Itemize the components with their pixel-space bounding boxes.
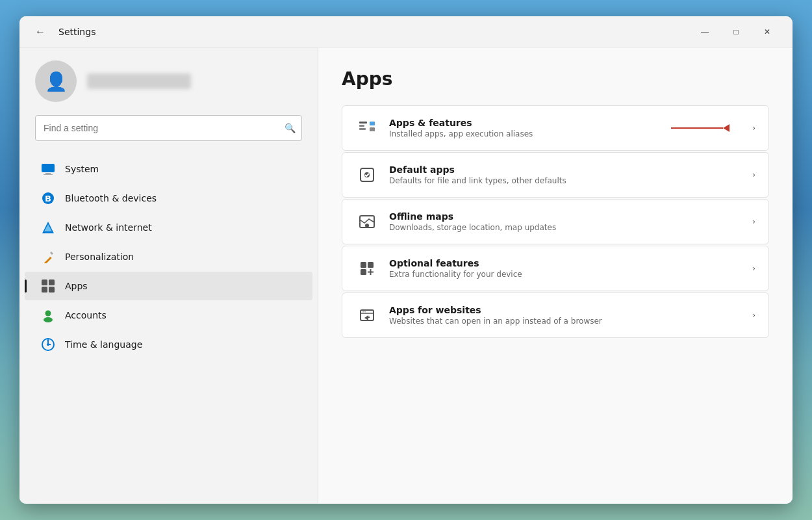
default-apps-title: Default apps <box>389 164 742 175</box>
svg-rect-1 <box>45 173 51 174</box>
sidebar-item-label-network: Network & internet <box>65 222 152 233</box>
sidebar-item-label-apps: Apps <box>65 281 88 291</box>
apps-websites-text: Apps for websitesWebsites that can open … <box>389 305 742 326</box>
settings-window: ← Settings — □ ✕ 👤 🔍 Sys <box>19 16 793 504</box>
nav-list: SystemBBluetooth & devicesNetwork & inte… <box>19 154 318 504</box>
apps-icon <box>40 278 56 294</box>
apps-features-icon <box>355 116 379 140</box>
bluetooth-icon: B <box>40 190 56 206</box>
arrow-head <box>723 124 730 132</box>
svg-rect-33 <box>361 269 366 275</box>
svg-rect-0 <box>42 164 55 172</box>
svg-rect-10 <box>49 280 55 285</box>
setting-item-offline-maps[interactable]: Offline mapsDownloads, storage location,… <box>342 199 769 244</box>
apps-websites-title: Apps for websites <box>389 305 742 315</box>
sidebar-item-apps[interactable]: Apps <box>25 272 312 300</box>
svg-point-14 <box>44 317 53 322</box>
setting-item-optional-features[interactable]: Optional featuresExtra functionality for… <box>342 246 769 291</box>
svg-rect-7 <box>44 257 52 263</box>
sidebar-item-label-personalization: Personalization <box>65 252 134 262</box>
sidebar-item-label-bluetooth: Bluetooth & devices <box>65 193 157 203</box>
svg-rect-11 <box>42 287 47 292</box>
offline-maps-chevron: › <box>752 217 755 226</box>
sidebar-item-system[interactable]: System <box>25 155 312 183</box>
optional-features-desc: Extra functionality for your device <box>389 270 742 279</box>
svg-rect-25 <box>370 127 375 131</box>
optional-features-text: Optional featuresExtra functionality for… <box>389 258 742 279</box>
svg-rect-9 <box>42 280 47 285</box>
svg-rect-2 <box>44 174 53 175</box>
svg-rect-24 <box>370 122 375 125</box>
default-apps-text: Default appsDefaults for file and link t… <box>389 164 742 185</box>
offline-maps-title: Offline maps <box>389 211 742 222</box>
optional-features-chevron: › <box>752 264 755 273</box>
user-icon: 👤 <box>45 71 68 92</box>
personalization-icon <box>40 249 56 265</box>
user-name-blur <box>87 73 191 89</box>
svg-rect-22 <box>359 125 364 127</box>
default-apps-icon <box>355 163 379 187</box>
window-title: Settings <box>58 27 95 37</box>
titlebar-left: ← Settings <box>30 21 690 42</box>
svg-rect-21 <box>359 122 367 124</box>
optional-features-title: Optional features <box>389 258 742 268</box>
offline-maps-icon <box>355 210 379 233</box>
svg-marker-8 <box>50 252 53 255</box>
sidebar-item-network[interactable]: Network & internet <box>25 213 312 242</box>
content-area: 👤 🔍 SystemBBluetooth & devicesNetwork & … <box>19 47 793 504</box>
apps-websites-icon <box>355 304 379 327</box>
sidebar: 👤 🔍 SystemBBluetooth & devicesNetwork & … <box>19 47 318 504</box>
accounts-icon <box>40 307 56 323</box>
close-button[interactable]: ✕ <box>752 21 782 42</box>
sidebar-item-label-accounts: Accounts <box>65 310 107 320</box>
default-apps-chevron: › <box>752 170 755 179</box>
page-title: Apps <box>342 68 769 90</box>
svg-rect-39 <box>368 317 370 318</box>
arrow-line <box>671 127 723 129</box>
sidebar-item-accounts[interactable]: Accounts <box>25 301 312 330</box>
svg-rect-32 <box>368 262 374 268</box>
default-apps-desc: Defaults for file and link types, other … <box>389 176 742 185</box>
settings-list: Apps & featuresInstalled apps, app execu… <box>342 105 769 338</box>
setting-item-default-apps[interactable]: Default appsDefaults for file and link t… <box>342 152 769 198</box>
time-icon <box>40 337 56 352</box>
svg-text:B: B <box>45 194 51 203</box>
svg-rect-31 <box>361 262 366 268</box>
sidebar-item-personalization[interactable]: Personalization <box>25 242 312 271</box>
svg-rect-23 <box>359 128 366 130</box>
system-icon <box>40 161 56 177</box>
sidebar-item-label-system: System <box>65 164 99 174</box>
search-box: 🔍 <box>35 115 302 141</box>
sidebar-item-time[interactable]: Time & language <box>25 330 312 359</box>
avatar: 👤 <box>35 60 77 102</box>
apps-websites-desc: Websites that can open in an app instead… <box>389 317 742 326</box>
sidebar-item-bluetooth[interactable]: BBluetooth & devices <box>25 184 312 213</box>
svg-point-18 <box>47 339 49 341</box>
setting-item-apps-websites[interactable]: Apps for websitesWebsites that can open … <box>342 292 769 338</box>
titlebar: ← Settings — □ ✕ <box>19 16 793 47</box>
setting-item-apps-features[interactable]: Apps & featuresInstalled apps, app execu… <box>342 105 769 151</box>
offline-maps-text: Offline mapsDownloads, storage location,… <box>389 211 742 232</box>
back-button[interactable]: ← <box>30 21 51 42</box>
network-icon <box>40 220 56 235</box>
sidebar-item-label-time: Time & language <box>65 339 142 350</box>
window-controls: — □ ✕ <box>690 21 782 42</box>
offline-maps-desc: Downloads, storage location, map updates <box>389 223 742 232</box>
maximize-button[interactable]: □ <box>721 21 751 42</box>
minimize-button[interactable]: — <box>690 21 720 42</box>
arrow-annotation <box>671 124 730 132</box>
profile-section: 👤 <box>19 60 318 115</box>
apps-websites-chevron: › <box>752 311 755 320</box>
search-input[interactable] <box>35 115 302 141</box>
svg-point-13 <box>45 311 51 317</box>
main-content: Apps Apps & featuresInstalled apps, app … <box>318 47 793 504</box>
optional-features-icon <box>355 257 379 280</box>
apps-features-chevron: › <box>752 124 755 133</box>
svg-rect-12 <box>49 287 55 292</box>
